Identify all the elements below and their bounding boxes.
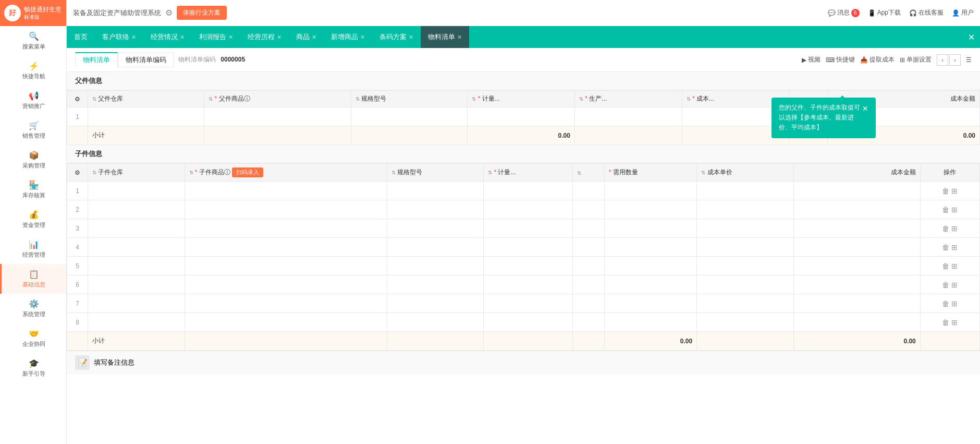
child-row-1-product[interactable] bbox=[185, 182, 387, 200]
child-row-7-unit-cost[interactable] bbox=[697, 294, 794, 313]
tab-history-close[interactable]: ✕ bbox=[277, 34, 281, 41]
tab-home[interactable]: 首页 bbox=[67, 26, 95, 48]
child-row-6-unit-cost[interactable] bbox=[697, 275, 794, 294]
child-row-8-product[interactable] bbox=[185, 313, 387, 332]
tab-operation-close[interactable]: ✕ bbox=[180, 34, 185, 41]
child-row-3-needed[interactable] bbox=[604, 219, 696, 238]
prev-arrow[interactable]: ‹ bbox=[937, 54, 948, 66]
child-row-2-spec[interactable] bbox=[387, 200, 484, 219]
sidebar-item-sales[interactable]: 🛒 销售管理 bbox=[0, 115, 66, 145]
child-row-8-unit-cost[interactable] bbox=[697, 313, 794, 332]
online-service-action[interactable]: 🎧 在线客服 bbox=[909, 8, 944, 17]
child-row-6-qty[interactable] bbox=[484, 275, 573, 294]
settings-icon[interactable]: ⚙ bbox=[165, 8, 173, 18]
experience-btn[interactable]: 体验行业方案 bbox=[177, 6, 227, 20]
child-row-1-warehouse[interactable] bbox=[88, 182, 185, 200]
child-row-2-unit-cost[interactable] bbox=[697, 200, 794, 219]
sidebar-item-purchase[interactable]: 📦 采购管理 bbox=[0, 145, 66, 175]
child-row-6-spec[interactable] bbox=[387, 275, 484, 294]
parent-row-1-spec[interactable] bbox=[351, 107, 468, 126]
sub-tab-bom-code[interactable]: 物料清单编码 bbox=[118, 53, 174, 67]
sidebar-item-operation[interactable]: 📊 经营管理 bbox=[0, 234, 66, 264]
sidebar-item-basic[interactable]: 📋 基础信息 bbox=[0, 264, 66, 294]
child-row-3-warehouse[interactable] bbox=[88, 219, 185, 238]
child-row-2-product[interactable] bbox=[185, 200, 387, 219]
delete-icon-4[interactable]: 🗑 bbox=[942, 243, 949, 251]
tab-barcode[interactable]: 条码方案 ✕ bbox=[372, 26, 421, 48]
child-row-7-warehouse[interactable] bbox=[88, 294, 185, 313]
child-row-5-spec[interactable] bbox=[387, 257, 484, 275]
sidebar-item-marketing[interactable]: 📢 营销推广 bbox=[0, 86, 66, 115]
child-row-8-warehouse[interactable] bbox=[88, 313, 185, 332]
child-row-7-qty[interactable] bbox=[484, 294, 573, 313]
tab-customer-close[interactable]: ✕ bbox=[131, 34, 136, 41]
tab-profit-close[interactable]: ✕ bbox=[228, 34, 233, 41]
sidebar-item-system[interactable]: ⚙️ 系统管理 bbox=[0, 294, 66, 323]
child-row-1-qty[interactable] bbox=[484, 182, 573, 200]
delete-icon-8[interactable]: 🗑 bbox=[942, 318, 949, 327]
tooltip-close[interactable]: ✕ bbox=[862, 103, 868, 114]
child-row-6-warehouse[interactable] bbox=[88, 275, 185, 294]
delete-icon-6[interactable]: 🗑 bbox=[942, 281, 949, 289]
tab-product[interactable]: 商品 ✕ bbox=[289, 26, 324, 48]
scan-btn[interactable]: 扫码录入 bbox=[232, 167, 263, 177]
delete-icon-5[interactable]: 🗑 bbox=[942, 262, 949, 270]
child-row-6-product[interactable] bbox=[185, 275, 387, 294]
child-row-3-spec[interactable] bbox=[387, 219, 484, 238]
child-row-4-warehouse[interactable] bbox=[88, 238, 185, 257]
tab-operation-status[interactable]: 经营情况 ✕ bbox=[143, 26, 192, 48]
child-row-7-product[interactable] bbox=[185, 294, 387, 313]
child-row-5-warehouse[interactable] bbox=[88, 257, 185, 275]
child-row-5-qty[interactable] bbox=[484, 257, 573, 275]
child-row-5-product[interactable] bbox=[185, 257, 387, 275]
child-row-7-needed[interactable] bbox=[604, 294, 696, 313]
parent-row-1-warehouse[interactable] bbox=[88, 107, 204, 126]
copy-icon-5[interactable]: ⊞ bbox=[951, 262, 958, 270]
child-row-8-qty[interactable] bbox=[484, 313, 573, 332]
copy-icon-2[interactable]: ⊞ bbox=[951, 206, 958, 214]
child-row-4-unit-cost[interactable] bbox=[697, 238, 794, 257]
parent-row-1-produce[interactable] bbox=[574, 107, 682, 126]
sidebar-item-quicknav[interactable]: ⚡ 快捷导航 bbox=[0, 56, 66, 86]
message-action[interactable]: 💬 消息 6 bbox=[828, 8, 860, 17]
copy-icon-6[interactable]: ⊞ bbox=[951, 281, 958, 289]
tab-bom-close[interactable]: ✕ bbox=[457, 34, 462, 41]
delete-icon-1[interactable]: 🗑 bbox=[942, 187, 949, 195]
tab-bom[interactable]: 物料清单 ✕ bbox=[421, 26, 469, 48]
child-row-3-unit-cost[interactable] bbox=[697, 219, 794, 238]
child-row-5-needed[interactable] bbox=[604, 257, 696, 275]
child-row-3-product[interactable] bbox=[185, 219, 387, 238]
child-row-7-spec[interactable] bbox=[387, 294, 484, 313]
parent-row-1-qty[interactable] bbox=[468, 107, 575, 126]
child-row-3-qty[interactable] bbox=[484, 219, 573, 238]
child-row-8-needed[interactable] bbox=[604, 313, 696, 332]
view-action[interactable]: ▶ 视频 bbox=[802, 55, 820, 64]
child-row-4-product[interactable] bbox=[185, 238, 387, 257]
child-row-4-needed[interactable] bbox=[604, 238, 696, 257]
child-row-1-spec[interactable] bbox=[387, 182, 484, 200]
sidebar-item-guide[interactable]: 🎓 新手引导 bbox=[0, 353, 66, 383]
tab-product-close[interactable]: ✕ bbox=[312, 34, 316, 41]
sidebar-item-inventory[interactable]: 🏪 库存核算 bbox=[0, 175, 66, 205]
sub-tab-bom[interactable]: 物料清单 bbox=[75, 52, 118, 67]
app-download-action[interactable]: 📱 App下载 bbox=[868, 8, 901, 17]
copy-icon-8[interactable]: ⊞ bbox=[951, 318, 958, 327]
copy-icon-3[interactable]: ⊞ bbox=[951, 224, 958, 233]
child-row-2-needed[interactable] bbox=[604, 200, 696, 219]
close-all-tabs[interactable]: ✕ bbox=[963, 32, 980, 42]
sidebar-item-enterprise[interactable]: 🤝 企业协同 bbox=[0, 323, 66, 353]
extract-cost-action[interactable]: 📥 提取成本 bbox=[860, 55, 895, 64]
child-row-2-qty[interactable] bbox=[484, 200, 573, 219]
sidebar-item-search[interactable]: 🔍 搜索菜单 bbox=[0, 26, 66, 56]
child-row-1-unit-cost[interactable] bbox=[697, 182, 794, 200]
copy-icon-1[interactable]: ⊞ bbox=[951, 187, 958, 195]
child-row-4-spec[interactable] bbox=[387, 238, 484, 257]
delete-icon-2[interactable]: 🗑 bbox=[942, 206, 949, 214]
child-row-1-needed[interactable] bbox=[604, 182, 696, 200]
user-action[interactable]: 👤 用户 bbox=[952, 8, 974, 17]
copy-icon-4[interactable]: ⊞ bbox=[951, 243, 958, 251]
delete-icon-7[interactable]: 🗑 bbox=[942, 299, 949, 308]
child-row-6-needed[interactable] bbox=[604, 275, 696, 294]
shortcut-action[interactable]: ⌨ 快捷键 bbox=[826, 55, 855, 64]
tab-new-product[interactable]: 新增商品 ✕ bbox=[324, 26, 372, 48]
